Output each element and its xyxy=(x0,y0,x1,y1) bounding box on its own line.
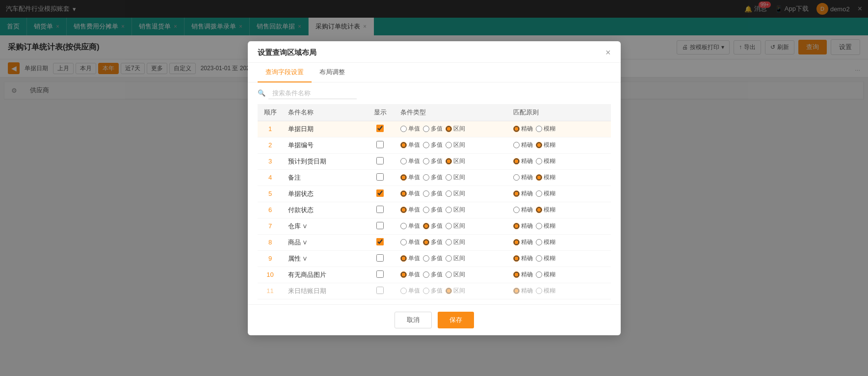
modal-tabs: 查询字段设置 布局调整 xyxy=(248,63,621,82)
settings-modal: 设置查询区域布局 × 查询字段设置 布局调整 🔍 顺序 条件名称 xyxy=(248,41,621,104)
search-icon: 🔍 xyxy=(258,89,265,97)
modal-close-button[interactable]: × xyxy=(605,48,611,57)
modal-header: 设置查询区域布局 × xyxy=(248,41,621,63)
search-input[interactable] xyxy=(268,87,357,99)
modal-overlay[interactable]: 设置查询区域布局 × 查询字段设置 布局调整 🔍 顺序 条件名称 xyxy=(0,0,868,104)
modal-title: 设置查询区域布局 xyxy=(258,48,316,57)
tab-query-fields[interactable]: 查询字段设置 xyxy=(258,63,312,82)
modal-search-area: 🔍 xyxy=(248,82,621,104)
tab-query-fields-label: 查询字段设置 xyxy=(265,68,304,76)
tab-layout-adjust-label: 布局调整 xyxy=(319,68,345,76)
tab-layout-adjust[interactable]: 布局调整 xyxy=(312,63,353,82)
